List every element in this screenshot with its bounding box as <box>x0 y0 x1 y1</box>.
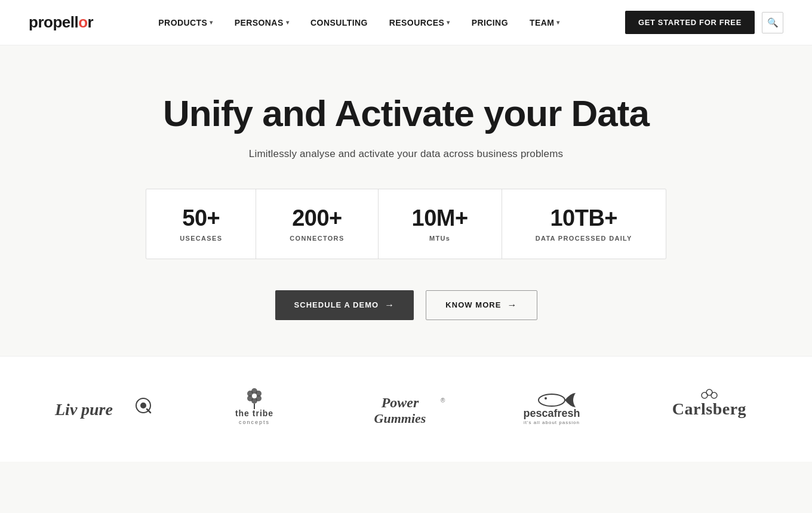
chevron-down-icon: ▾ <box>286 19 289 26</box>
stat-connectors: 200+ CONNECTORS <box>256 189 377 259</box>
know-more-button[interactable]: KNOW MORE → <box>426 290 537 320</box>
search-icon[interactable]: 🔍 <box>762 12 783 33</box>
logo-o-letter: o <box>78 13 87 31</box>
carlsberg-logo-svg: Carlsberg <box>656 388 763 430</box>
get-started-button[interactable]: GET STARTED FOR FREE <box>625 11 755 34</box>
nav-item-consulting[interactable]: CONSULTING <box>310 18 368 27</box>
nav-item-pricing[interactable]: PRICING <box>472 18 508 27</box>
logo-power-gummies: Power Gummies ® <box>352 388 448 430</box>
svg-text:pescafresh: pescafresh <box>523 407 580 419</box>
chevron-down-icon: ▾ <box>210 19 213 26</box>
svg-text:Gummies: Gummies <box>374 411 426 426</box>
svg-text:Power: Power <box>381 395 419 410</box>
svg-point-19 <box>545 397 547 400</box>
logo[interactable]: propellor <box>29 13 93 32</box>
logo-tribe-concepts: the tribe concepts <box>207 385 302 433</box>
pescafresh-logo-svg: pescafresh it's all about passion <box>498 388 605 430</box>
arrow-icon: → <box>385 300 395 311</box>
stat-usecases: 50+ USECASES <box>146 189 256 259</box>
logo-carlsberg: Carlsberg <box>656 388 763 430</box>
livpure-logo-svg: Liv pure <box>49 391 156 427</box>
svg-text:pure: pure <box>80 400 113 419</box>
chevron-down-icon: ▾ <box>556 19 559 26</box>
svg-point-3 <box>140 403 146 408</box>
svg-text:concepts: concepts <box>239 419 270 425</box>
stats-row: 50+ USECASES 200+ CONNECTORS 10M+ MTUs 1… <box>146 189 666 259</box>
logo-text: propellor <box>29 13 93 32</box>
logos-row: Liv pure <box>36 385 776 433</box>
chevron-down-icon: ▾ <box>447 19 450 26</box>
nav-item-team[interactable]: TEAM ▾ <box>530 18 560 27</box>
logo-livpure: Liv pure <box>49 391 156 427</box>
svg-point-25 <box>711 392 717 398</box>
svg-text:Carlsberg: Carlsberg <box>672 400 746 418</box>
svg-point-11 <box>252 394 257 398</box>
navbar: propellor PRODUCTS ▾ PERSONAS ▾ CONSULTI… <box>0 0 812 45</box>
cta-row: SCHEDULE A DEMO → KNOW MORE → <box>275 290 537 320</box>
svg-text:®: ® <box>441 397 445 404</box>
schedule-demo-button[interactable]: SCHEDULE A DEMO → <box>275 290 414 320</box>
nav-right: GET STARTED FOR FREE 🔍 <box>625 11 783 34</box>
svg-text:Liv: Liv <box>54 400 78 419</box>
logo-pescafresh: pescafresh it's all about passion <box>498 388 605 430</box>
stat-mtus: 10M+ MTUs <box>378 189 502 259</box>
hero-subtitle: Limitlessly analyse and activate your da… <box>249 148 563 160</box>
nav-item-personas[interactable]: PERSONAS ▾ <box>235 18 289 27</box>
svg-text:it's all about passion: it's all about passion <box>524 420 580 425</box>
nav-links: PRODUCTS ▾ PERSONAS ▾ CONSULTING RESOURC… <box>158 18 559 27</box>
nav-item-products[interactable]: PRODUCTS ▾ <box>158 18 213 27</box>
stat-data-processed: 10TB+ DATA PROCESSED DAILY <box>502 189 666 259</box>
svg-point-18 <box>539 394 565 406</box>
client-logos-section: Liv pure <box>0 356 812 462</box>
nav-item-resources[interactable]: RESOURCES ▾ <box>389 18 450 27</box>
arrow-icon: → <box>507 300 517 311</box>
tribe-logo-svg: the tribe concepts <box>207 385 302 433</box>
hero-section: Unify and Activate your Data Limitlessly… <box>0 45 812 356</box>
hero-title: Unify and Activate your Data <box>163 93 649 134</box>
powergummies-logo-svg: Power Gummies ® <box>352 388 448 430</box>
svg-text:the tribe: the tribe <box>235 408 273 418</box>
